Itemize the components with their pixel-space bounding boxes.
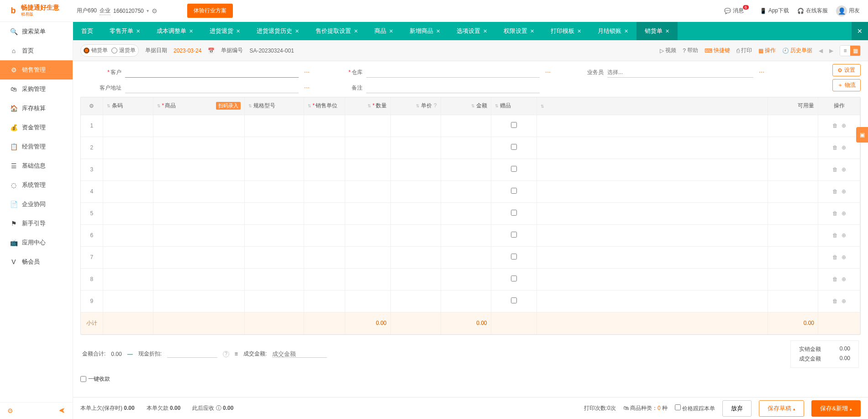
table-row[interactable]: 1🗑⊕: [81, 115, 860, 137]
shortcut-link[interactable]: ⌨ 快捷键: [705, 47, 730, 54]
col-product[interactable]: ⇅*商品扫码录入: [153, 97, 244, 115]
close-icon[interactable]: ✕: [624, 28, 628, 34]
table-row[interactable]: 5🗑⊕: [81, 202, 860, 224]
save-draft-button[interactable]: 保存草稿▴: [759, 400, 804, 417]
delete-row-icon[interactable]: 🗑: [832, 298, 838, 304]
sidebar-item-10[interactable]: ⚑新手引导: [0, 214, 73, 233]
close-all-tabs[interactable]: ✕: [852, 22, 868, 40]
close-icon[interactable]: ✕: [354, 28, 358, 34]
tab-6[interactable]: 商品✕: [366, 22, 401, 40]
onekey-receive[interactable]: 一键收款: [80, 373, 861, 385]
table-row[interactable]: 2🗑⊕: [81, 137, 860, 159]
doc-type-sale-radio[interactable]: [84, 48, 89, 53]
next-doc-button[interactable]: ▶: [829, 48, 833, 54]
sidebar-item-3[interactable]: 🛍采购管理: [0, 80, 73, 99]
remark-input[interactable]: [366, 82, 540, 93]
table-row[interactable]: 7🗑⊕: [81, 246, 860, 268]
table-row[interactable]: 6🗑⊕: [81, 224, 860, 246]
delete-row-icon[interactable]: 🗑: [832, 210, 838, 217]
tab-4[interactable]: 进货退货历史✕: [248, 22, 307, 40]
col-price[interactable]: ⇅单价 ?: [390, 97, 441, 115]
salesperson-picker-icon[interactable]: ⋯: [757, 69, 766, 75]
address-input[interactable]: [125, 82, 299, 93]
right-sticky-button[interactable]: ▣: [856, 127, 868, 143]
gift-checkbox[interactable]: [511, 144, 517, 150]
price-track-checkbox[interactable]: [675, 404, 681, 410]
add-row-icon[interactable]: ⊕: [842, 276, 846, 282]
table-row[interactable]: 3🗑⊕: [81, 159, 860, 180]
delete-row-icon[interactable]: 🗑: [832, 254, 838, 260]
add-row-icon[interactable]: ⊕: [842, 210, 846, 217]
tab-8[interactable]: 选项设置✕: [448, 22, 495, 40]
tab-2[interactable]: 成本调整单✕: [148, 22, 201, 40]
table-row[interactable]: 8🗑⊕: [81, 268, 860, 290]
col-gift[interactable]: ⇅赠品: [491, 97, 537, 115]
col-settings[interactable]: ⚙: [81, 97, 103, 115]
delete-row-icon[interactable]: 🗑: [832, 276, 838, 282]
save-and-new-button[interactable]: 保存&新增▴: [811, 400, 861, 417]
settings-icon[interactable]: ⚙: [7, 407, 13, 414]
warehouse-input[interactable]: [366, 67, 540, 78]
tab-3[interactable]: 进货退货✕: [201, 22, 248, 40]
onekey-receive-checkbox[interactable]: [80, 376, 86, 382]
close-icon[interactable]: ✕: [136, 28, 140, 34]
sidebar-item-4[interactable]: 🏠库存核算: [0, 99, 73, 118]
sidebar-item-7[interactable]: ☰基础信息: [0, 156, 73, 175]
tab-5[interactable]: 售价提取设置✕: [307, 22, 366, 40]
doc-type-return[interactable]: 退货单: [111, 47, 136, 54]
delete-row-icon[interactable]: 🗑: [832, 166, 838, 173]
sidebar-item-11[interactable]: 📺应用中心: [0, 233, 73, 252]
delete-row-icon[interactable]: 🗑: [832, 122, 838, 129]
calendar-icon[interactable]: 📅: [208, 48, 215, 54]
sidebar-item-8[interactable]: ◌系统管理: [0, 175, 73, 195]
doc-type-sale[interactable]: 销货单: [84, 47, 108, 54]
video-link[interactable]: ▷ 视频: [660, 47, 676, 54]
sidebar-item-1[interactable]: ⌂首页: [0, 41, 73, 60]
close-icon[interactable]: ✕: [436, 28, 440, 34]
delete-row-icon[interactable]: 🗑: [832, 232, 838, 239]
tenant-selector[interactable]: 用户690企业1660120750 ▾ ⚙: [77, 7, 182, 15]
sidebar-item-5[interactable]: 💰资金管理: [0, 118, 73, 137]
view-grid-button[interactable]: ▦: [850, 46, 860, 56]
sidebar-item-12[interactable]: V畅会员: [0, 252, 73, 271]
sidebar-item-2[interactable]: ⚙销售管理: [0, 60, 73, 80]
help-icon[interactable]: ?: [223, 351, 229, 357]
sidebar-item-9[interactable]: 📄企业协同: [0, 195, 73, 214]
sidebar-item-0[interactable]: 🔍搜索菜单: [0, 22, 73, 41]
table-row[interactable]: 9🗑⊕: [81, 290, 860, 312]
col-amount[interactable]: ⇅金额: [441, 97, 491, 115]
help-link[interactable]: ? 帮助: [683, 47, 698, 54]
add-row-icon[interactable]: ⊕: [842, 188, 846, 195]
gift-checkbox[interactable]: [511, 166, 517, 172]
messages-link[interactable]: 💬消息6: [724, 7, 752, 15]
tab-7[interactable]: 新增商品✕: [401, 22, 448, 40]
tenant-link[interactable]: 企业: [100, 7, 110, 15]
table-row[interactable]: 4🗑⊕: [81, 180, 860, 202]
delete-row-icon[interactable]: 🗑: [832, 144, 838, 151]
online-service-link[interactable]: 🎧在线客服: [797, 7, 828, 15]
user-menu[interactable]: 👤用友: [836, 5, 860, 16]
close-icon[interactable]: ✕: [236, 28, 240, 34]
customer-picker-icon[interactable]: ⋯: [302, 69, 311, 75]
close-icon[interactable]: ✕: [189, 28, 193, 34]
doc-type-return-radio[interactable]: [111, 48, 117, 53]
tab-9[interactable]: 权限设置✕: [495, 22, 542, 40]
add-row-icon[interactable]: ⊕: [842, 122, 846, 129]
add-row-icon[interactable]: ⊕: [842, 298, 846, 304]
col-qty[interactable]: ⇅*数量: [345, 97, 390, 115]
app-download-link[interactable]: 📱App下载: [760, 7, 789, 15]
scan-entry-button[interactable]: 扫码录入: [216, 102, 241, 110]
address-picker-icon[interactable]: ⋯: [302, 85, 311, 91]
industry-cta-button[interactable]: 体验行业方案: [187, 4, 233, 18]
add-row-icon[interactable]: ⊕: [842, 254, 846, 260]
settings-button[interactable]: ⚙ 设置: [832, 64, 861, 76]
add-row-icon[interactable]: ⊕: [842, 144, 846, 151]
doc-date-value[interactable]: 2023-03-24: [174, 48, 201, 54]
col-barcode[interactable]: ⇅条码: [103, 97, 153, 115]
gift-checkbox[interactable]: [511, 232, 517, 238]
gift-checkbox[interactable]: [511, 188, 517, 194]
warehouse-picker-icon[interactable]: ⋯: [543, 69, 552, 75]
close-icon[interactable]: ✕: [295, 28, 299, 34]
close-icon[interactable]: ✕: [577, 28, 581, 34]
gift-checkbox[interactable]: [511, 210, 517, 216]
